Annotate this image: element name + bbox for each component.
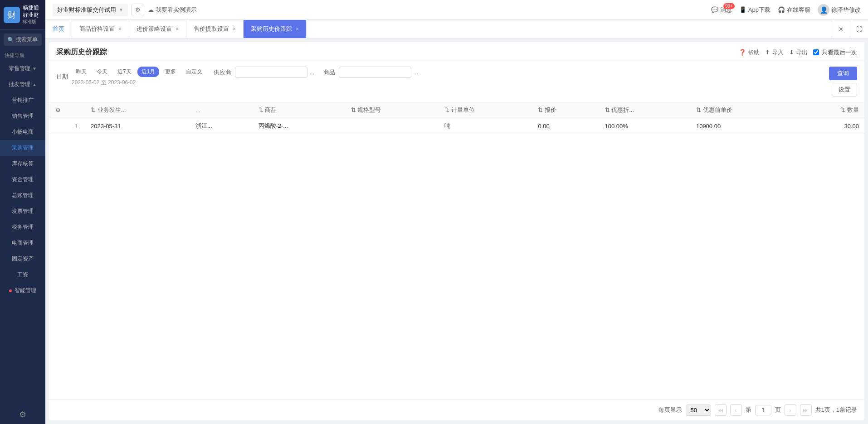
col-gear-header[interactable]: ⚙ xyxy=(49,102,67,118)
sidebar-item-ledger[interactable]: 总账管理 xyxy=(0,188,45,203)
supplier-filter-label: 供应商 xyxy=(214,68,231,77)
tab-expand-button[interactable]: ⛶ xyxy=(850,20,868,38)
col-discount-header[interactable]: ⇅ 优惠折... xyxy=(600,102,691,118)
tab-home[interactable]: 首页 xyxy=(45,20,72,38)
close-icon: ✕ xyxy=(839,26,844,33)
product-dots-button[interactable]: ... xyxy=(411,69,420,76)
first-page-button[interactable]: ⏮ xyxy=(715,404,727,416)
tab-product-price-close[interactable]: × xyxy=(118,26,122,32)
search-menu-button[interactable]: 🔍 搜索菜单 xyxy=(4,34,42,46)
help-button[interactable]: ❓ 帮助 xyxy=(739,48,760,57)
import-button[interactable]: ⬆ 导入 xyxy=(765,48,784,57)
product-filter-group: 商品 ... xyxy=(323,67,420,78)
filter-settings-button[interactable]: 设置 xyxy=(832,83,857,96)
date-btn-today[interactable]: 今天 xyxy=(93,67,112,77)
date-btn-custom[interactable]: 自定义 xyxy=(182,67,206,77)
sidebar-item-tax[interactable]: 税务管理 xyxy=(0,219,45,235)
tab-purchase-history-close[interactable]: × xyxy=(296,26,299,32)
col-more-header[interactable]: ... xyxy=(190,102,253,118)
online-service-button[interactable]: 🎧 在线客服 xyxy=(778,6,810,14)
date-btn-more[interactable]: 更多 xyxy=(161,67,180,77)
last-only-label[interactable]: 只看最后一次 xyxy=(822,48,857,57)
date-btn-7days[interactable]: 近7天 xyxy=(113,67,136,77)
sidebar-item-sales[interactable]: 销售管理 xyxy=(0,108,45,124)
date-btn-yesterday[interactable]: 昨天 xyxy=(72,67,91,77)
sidebar-item-wholesale[interactable]: 批发管理 ▲ xyxy=(0,77,45,92)
export-button[interactable]: ⬇ 导出 xyxy=(789,48,808,57)
date-filter-group: 日期 昨天 今天 近7天 近1月 更多 自定义 2023-05-02 至 202… xyxy=(56,67,206,87)
supplier-filter-group: 供应商 ... xyxy=(214,67,316,78)
sidebar-item-retail-label: 零售管理 xyxy=(9,65,30,72)
col-quote-header[interactable]: ⇅ 报价 xyxy=(532,102,599,118)
export-icon: ⬇ xyxy=(789,49,794,56)
row-discount-cell: 100.00% xyxy=(600,118,691,134)
supplier-dots-button[interactable]: ... xyxy=(307,69,316,76)
tab-product-price[interactable]: 商品价格设置 × xyxy=(72,20,129,38)
col-unit-header[interactable]: ⇅ 计量单位 xyxy=(439,102,532,118)
col-spec-header[interactable]: ⇅ 规格型号 xyxy=(346,102,439,118)
user-menu-button[interactable]: 👤 徐泽华修改 xyxy=(818,4,861,16)
sort-icon: ⇅ xyxy=(444,106,449,113)
sidebar-item-ecommerce-small-label: 小畅电商 xyxy=(12,128,34,136)
sidebar-item-purchase[interactable]: 采购管理 xyxy=(0,140,45,156)
sort-icon: ⇅ xyxy=(538,106,543,113)
sidebar-item-retail[interactable]: 零售管理 ▼ xyxy=(0,61,45,77)
cloud-icon: ☁ xyxy=(148,6,154,13)
product-name: 好业财标准版交付试用 xyxy=(57,6,116,14)
sidebar-item-purchase-label: 采购管理 xyxy=(12,144,34,152)
prev-page-button[interactable]: ‹ xyxy=(730,404,742,416)
sidebar-item-wholesale-label: 批发管理 xyxy=(9,81,30,88)
sidebar-item-payroll[interactable]: 工资 xyxy=(0,267,45,283)
messages-button[interactable]: 💬 消息 99+ xyxy=(711,6,732,14)
table-header-row: ⚙ ⇅ 业务发生... ... ⇅ 商品 xyxy=(49,102,864,118)
notification-dot xyxy=(9,289,12,292)
col-unit-price-header[interactable]: ⇅ 优惠前单价 xyxy=(691,102,798,118)
col-quantity-header[interactable]: ⇅ 数量 xyxy=(798,102,864,118)
tab-purchase-strategy-close[interactable]: × xyxy=(176,26,179,32)
last-page-button[interactable]: ⏭ xyxy=(800,404,812,416)
product-input[interactable] xyxy=(339,67,411,78)
settings-icon-button[interactable]: ⚙ xyxy=(132,4,144,16)
tab-close-all-button[interactable]: ✕ xyxy=(832,20,850,38)
tab-purchase-history[interactable]: 采购历史价跟踪 × xyxy=(244,20,307,38)
sidebar-item-marketing[interactable]: 营销推广 xyxy=(0,92,45,108)
row-date-cell: 2023-05-31 xyxy=(85,118,190,134)
sidebar-gear-button[interactable]: ⚙ xyxy=(0,405,45,424)
sidebar-item-inventory[interactable]: 库存核算 xyxy=(0,156,45,172)
supplier-input-wrap: ... xyxy=(235,67,316,78)
tab-purchase-strategy[interactable]: 进价策略设置 × xyxy=(129,20,186,38)
demo-link[interactable]: ☁ 我要看实例演示 xyxy=(148,6,197,14)
next-page-button[interactable]: › xyxy=(785,404,796,416)
sidebar-item-smart[interactable]: 智能管理 xyxy=(0,283,45,299)
sidebar-item-ledger-label: 总账管理 xyxy=(12,192,34,199)
tab-sale-price[interactable]: 售价提取设置 × xyxy=(186,20,244,38)
filter-bar: 日期 昨天 今天 近7天 近1月 更多 自定义 2023-05-02 至 202… xyxy=(49,61,864,102)
logo-text-wrap: 畅捷通好业财 标准版 xyxy=(23,5,42,25)
sidebar-item-tax-label: 税务管理 xyxy=(12,223,34,231)
quick-nav-label: 快捷导航 xyxy=(0,49,45,61)
tab-sale-price-close[interactable]: × xyxy=(233,26,236,32)
col-date-header[interactable]: ⇅ 业务发生... xyxy=(85,102,190,118)
per-page-select[interactable]: 50 10 20 100 xyxy=(686,405,711,416)
online-service-label: 在线客服 xyxy=(787,6,810,14)
sidebar-search[interactable]: 🔍 搜索菜单 xyxy=(0,30,45,49)
chevron-down-icon: ▼ xyxy=(119,7,123,12)
product-selector[interactable]: 好业财标准版交付试用 ▼ xyxy=(53,4,128,16)
sort-icon: ⇅ xyxy=(351,106,356,113)
supplier-input[interactable] xyxy=(235,67,307,78)
sidebar-item-invoice[interactable]: 发票管理 xyxy=(0,203,45,219)
query-button[interactable]: 查询 xyxy=(829,67,857,80)
page-input[interactable] xyxy=(755,405,771,415)
expand-icon: ⛶ xyxy=(856,26,862,33)
demo-link-label: 我要看实例演示 xyxy=(156,6,197,14)
sidebar-item-assets[interactable]: 固定资产 xyxy=(0,251,45,267)
app-download-button[interactable]: 📱 App下载 xyxy=(739,6,770,14)
date-btn-1month[interactable]: 近1月 xyxy=(137,67,160,77)
page-prefix-label: 第 xyxy=(746,406,751,414)
last-only-checkbox[interactable] xyxy=(813,49,819,55)
col-product-header[interactable]: ⇅ 商品 xyxy=(253,102,346,118)
sidebar-item-finance[interactable]: 资金管理 xyxy=(0,172,45,188)
sidebar-item-ecommerce[interactable]: 电商管理 xyxy=(0,235,45,251)
tab-sale-price-label: 售价提取设置 xyxy=(194,25,229,33)
sidebar-item-ecommerce-small[interactable]: 小畅电商 xyxy=(0,124,45,140)
